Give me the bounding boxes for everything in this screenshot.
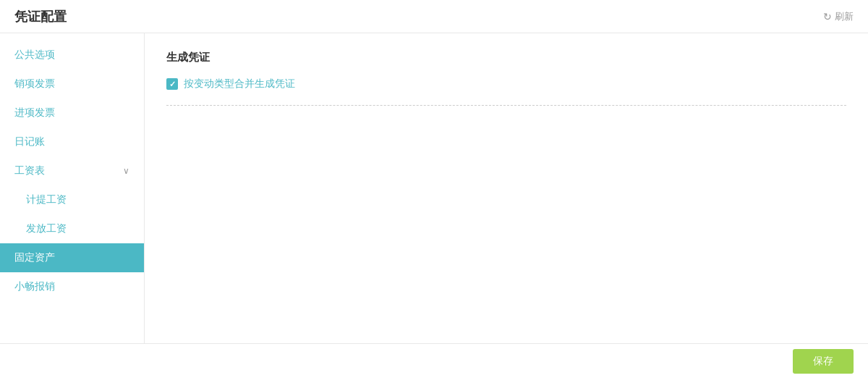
sidebar-item-label: 固定资产 <box>14 251 55 264</box>
sidebar-item-label: 销项发票 <box>14 77 55 91</box>
refresh-button[interactable]: ↻ 刷新 <box>823 10 854 23</box>
sidebar-item-label: 小畅报销 <box>14 280 55 293</box>
page-header: 凭证配置 ↻ 刷新 <box>0 0 868 33</box>
sidebar-item-journal[interactable]: 日记账 <box>0 127 144 156</box>
merge-by-type-label[interactable]: 按变动类型合并生成凭证 <box>184 77 295 91</box>
sidebar-item-public-options[interactable]: 公共选项 <box>0 41 144 70</box>
main-content: 生成凭证 按变动类型合并生成凭证 <box>145 33 868 343</box>
sidebar: 公共选项销项发票进项发票日记账工资表∨计提工资发放工资固定资产小畅报销 <box>0 33 145 343</box>
sidebar-item-sales-invoice[interactable]: 销项发票 <box>0 70 144 98</box>
sidebar-item-petty-expense[interactable]: 小畅报销 <box>0 272 144 301</box>
main-layout: 公共选项销项发票进项发票日记账工资表∨计提工资发放工资固定资产小畅报销 生成凭证… <box>0 33 868 343</box>
save-button[interactable]: 保存 <box>793 349 854 374</box>
sidebar-item-label: 进项发票 <box>14 106 55 119</box>
merge-by-type-checkbox[interactable] <box>166 78 178 90</box>
sidebar-item-pay-payroll[interactable]: 发放工资 <box>0 214 144 243</box>
sidebar-item-calc-payroll[interactable]: 计提工资 <box>0 185 144 214</box>
sidebar-item-purchase-invoice[interactable]: 进项发票 <box>0 98 144 127</box>
page-title: 凭证配置 <box>14 8 67 25</box>
sidebar-item-label: 发放工资 <box>26 222 67 235</box>
sidebar-item-label: 公共选项 <box>14 49 55 62</box>
sidebar-item-label: 日记账 <box>14 135 45 148</box>
sidebar-item-payroll-table[interactable]: 工资表∨ <box>0 156 144 185</box>
refresh-label: 刷新 <box>835 10 854 23</box>
chevron-down-icon: ∨ <box>123 166 129 176</box>
sidebar-item-fixed-assets[interactable]: 固定资产 <box>0 243 144 272</box>
checkbox-row: 按变动类型合并生成凭证 <box>166 77 846 91</box>
section-title: 生成凭证 <box>166 51 846 64</box>
sidebar-item-label: 工资表 <box>14 164 45 177</box>
refresh-icon: ↻ <box>823 11 832 22</box>
sidebar-item-label: 计提工资 <box>26 193 67 206</box>
section-divider <box>166 105 846 106</box>
footer: 保存 <box>0 343 868 378</box>
